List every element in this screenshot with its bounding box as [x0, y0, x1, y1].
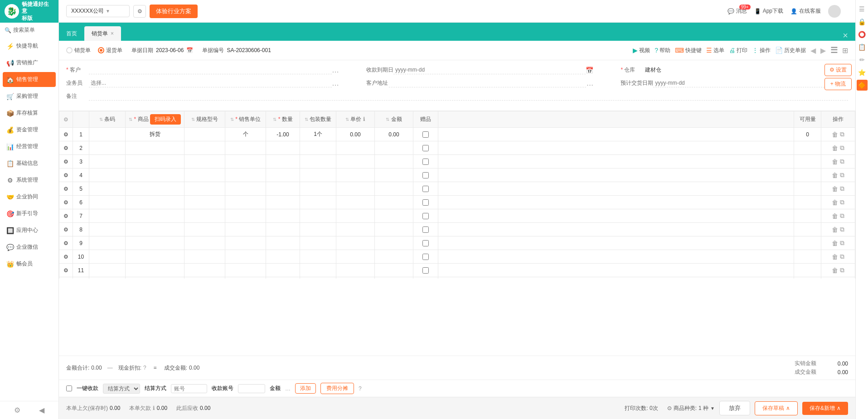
sidebar-item-purchase[interactable]: 🛒 采购管理 [0, 88, 58, 105]
row1-gear[interactable]: ⚙ [59, 128, 73, 141]
amount-input[interactable] [238, 384, 265, 393]
settings-button[interactable]: ⚙ 设置 [824, 64, 852, 76]
radio-sales-order[interactable]: 销货单 [66, 47, 91, 54]
product-sort-icon[interactable]: ⇅ [129, 117, 132, 122]
sidebar-item-operations[interactable]: 📊 经营管理 [0, 138, 58, 155]
date-calendar-icon[interactable]: 📅 [186, 47, 193, 53]
r11-gear[interactable]: ⚙ [59, 264, 73, 277]
r5-gear[interactable]: ⚙ [59, 182, 73, 196]
row1-pkgqty[interactable]: 1个 [300, 128, 336, 141]
sidebar-item-appstore[interactable]: 🔲 应用中心 [0, 222, 58, 239]
price-sort-icon[interactable]: ⇅ [345, 117, 349, 122]
video-btn[interactable]: ▶ 视频 [633, 47, 650, 54]
notes-input[interactable] [89, 92, 848, 101]
salesperson-dots-icon[interactable]: … [332, 79, 339, 87]
payment-calendar-icon[interactable]: 📅 [586, 67, 593, 74]
list-view-icon[interactable]: ☰ [830, 45, 838, 55]
row1-amount[interactable]: 0.00 [375, 128, 413, 141]
qty-sort-icon[interactable]: ⇅ [273, 117, 276, 122]
save-new-button[interactable]: 保存&新增 ∧ [802, 402, 848, 415]
sidebar-item-enterprise[interactable]: 🤝 企业协同 [0, 188, 58, 205]
sidebar-item-quick-nav[interactable]: ⚡ 快捷导航 [0, 38, 58, 54]
payment-dots-icon[interactable]: … [285, 385, 291, 392]
experience-button[interactable]: 体验行业方案 [150, 5, 198, 18]
sidebar-item-marketing[interactable]: 📢 营销推广 [0, 54, 58, 71]
barcode-sort-icon[interactable]: ⇅ [99, 117, 103, 122]
scan-button[interactable]: 扫码录入 [150, 114, 181, 125]
row1-product[interactable]: 拆货 [126, 128, 184, 141]
right-tool-star-icon[interactable]: ⭐ [857, 67, 868, 78]
sidebar-item-member[interactable]: 👑 畅会员 [0, 255, 58, 272]
tab-close-icon[interactable]: × [111, 30, 114, 37]
row1-gift[interactable] [413, 128, 438, 141]
radio-return-order[interactable]: 退货单 [98, 47, 122, 54]
row1-spec[interactable] [184, 128, 225, 141]
row1-price[interactable]: 0.00 [336, 128, 375, 141]
select-order-btn[interactable]: ☰ 选单 [706, 47, 724, 54]
app-download-button[interactable]: 📱 App下载 [754, 7, 783, 15]
tab-sales-order[interactable]: 销货单 × [84, 26, 121, 41]
right-tool-edit-icon[interactable]: ✏ [857, 54, 868, 65]
sidebar-item-wechat[interactable]: 💬 企业微信 [0, 239, 58, 255]
r8-gear[interactable]: ⚙ [59, 223, 73, 236]
payment-method-select[interactable]: 结算方式 [103, 384, 140, 394]
sidebar-item-sales[interactable]: 🏠 销售管理 [3, 72, 56, 87]
avatar[interactable] [828, 5, 841, 18]
r12-gear[interactable]: ⚙ [59, 277, 73, 279]
unit-sort-icon[interactable]: ⇅ [230, 117, 234, 122]
sidebar-item-newbie[interactable]: 🎯 新手引导 [0, 205, 58, 222]
row1-copy-icon[interactable]: ⧉ [840, 130, 844, 138]
online-support-button[interactable]: 👤 在线客服 [790, 7, 821, 15]
payment-help-icon[interactable]: ? [359, 385, 362, 392]
row1-gift-checkbox[interactable] [422, 131, 429, 138]
r4-gear[interactable]: ⚙ [59, 169, 73, 182]
sidebar-item-inventory[interactable]: 📦 库存核算 [0, 105, 58, 121]
add-payment-button[interactable]: 添加 [295, 383, 316, 394]
right-tool-clipboard-icon[interactable]: 📋 [857, 42, 868, 53]
customer-dots-icon[interactable]: … [332, 66, 339, 74]
amount-sort-icon[interactable]: ⇅ [386, 117, 389, 122]
r7-gear[interactable]: ⚙ [59, 209, 73, 223]
right-tool-list-icon[interactable]: ☰ [857, 4, 868, 14]
right-tool-circle-icon[interactable]: ⭕ [857, 29, 868, 40]
r2-gear[interactable]: ⚙ [59, 141, 73, 155]
row1-delete-icon[interactable]: 🗑 [832, 131, 838, 138]
address-dots-icon[interactable]: … [586, 79, 593, 87]
row1-unit[interactable]: 个 [225, 128, 266, 141]
salesperson-input[interactable] [89, 79, 332, 87]
operations-btn[interactable]: ⋮ 操作 [752, 47, 771, 54]
sidebar-search[interactable]: 🔍 搜索菜单 [0, 23, 58, 38]
close-all-tabs-icon[interactable]: × [839, 30, 852, 41]
shortcut-btn[interactable]: ⌨ 快捷键 [675, 47, 702, 54]
r10-gear[interactable]: ⚙ [59, 250, 73, 264]
sidebar-collapse-icon[interactable]: ◀ [39, 406, 44, 414]
history-btn[interactable]: 📄 历史单据 [775, 47, 806, 54]
owe2-info-icon[interactable]: ℹ [153, 405, 155, 411]
tab-home[interactable]: 首页 [59, 26, 84, 41]
company-selector[interactable]: XXXXXX公司 ▼ [66, 5, 130, 17]
row1-barcode[interactable] [89, 128, 126, 141]
spec-sort-icon[interactable]: ⇅ [191, 117, 195, 122]
row1-qty[interactable]: -1.00 [266, 128, 300, 141]
discard-button[interactable]: 放弃 [719, 401, 750, 415]
right-tool-alert-icon[interactable]: 🔶 [857, 80, 868, 91]
save-draft-button[interactable]: 保存草稿 ∧ [755, 401, 798, 415]
one-click-payment-checkbox[interactable] [66, 385, 72, 391]
r9-gear[interactable]: ⚙ [59, 236, 73, 250]
pkgqty-sort-icon[interactable]: ⇅ [305, 117, 308, 122]
topbar-gear-button[interactable]: ⚙ [133, 5, 146, 18]
account-input[interactable] [171, 384, 207, 393]
next-icon[interactable]: ▶ [820, 46, 826, 55]
cost-allocation-button[interactable]: 费用分摊 [320, 383, 354, 394]
right-tool-lock-icon[interactable]: 🔒 [857, 16, 868, 27]
sidebar-item-system[interactable]: ⚙ 系统管理 [0, 172, 58, 188]
customer-input[interactable] [89, 66, 332, 74]
sidebar-item-finance[interactable]: 💰 资金管理 [0, 121, 58, 138]
print-btn[interactable]: 🖨 打印 [729, 47, 747, 54]
sidebar-item-basic[interactable]: 📋 基础信息 [0, 155, 58, 172]
table-scroll[interactable]: ⚙ ⇅ 条码 ⇅ * 商品 扫码录入 ⇅ 规格型号 [59, 111, 855, 279]
payment-date-input[interactable] [393, 66, 586, 74]
logistics-button[interactable]: + 物流 [824, 78, 852, 90]
customer-address-input[interactable] [389, 79, 587, 87]
product-type-selector[interactable]: ⊙ 商品种类: 1 种 ▼ [667, 405, 715, 412]
